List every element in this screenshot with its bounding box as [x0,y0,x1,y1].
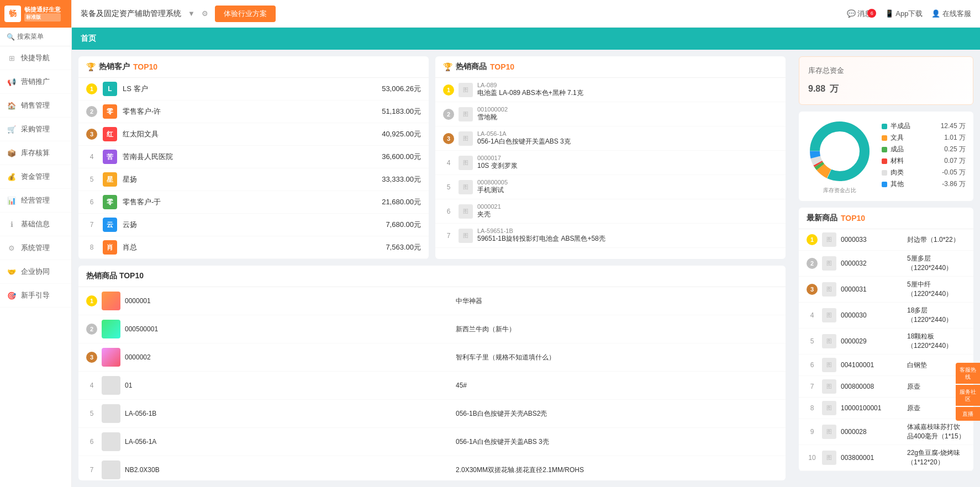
right-panel: 库存总资金 9.88 万 [792,50,980,487]
sidebar-item-quicknav[interactable]: ⊞ 快捷导航 [0,46,71,70]
app-download-action[interactable]: 📱 App下载 [885,9,923,19]
prod-name: 18颗粒板（1220*2440） [907,332,966,351]
rank-number: 4 [86,382,97,389]
prod-code: 003800001 [841,454,899,462]
sales-label: 销售管理 [21,100,50,110]
prod-image: 图 [459,204,473,219]
prod-name: 体减嘉枝味苏打饮品400毫升（1*15） [907,422,966,441]
sidebar-item-operations[interactable]: 📊 经营管理 [0,189,71,213]
rank-number: 8 [807,404,818,412]
list-item: 7 图 000800008 原壶 [799,376,973,398]
rank-number: 6 [86,438,97,446]
prod-image: 图 [459,131,473,146]
quicknav-icon: ⊞ [7,53,17,63]
rank-badge: 2 [86,324,97,335]
prod-code: 0000031 [841,285,899,293]
settings-icon[interactable]: ⚙ [202,9,208,18]
collab-label: 企业协同 [21,267,50,277]
top-products-right-table: 1 图 LA-089 电池盖 LA-089 ABS本色+黑种 7.1克 2 图 [435,78,786,248]
prod-image: 图 [822,256,836,271]
sidebar-item-guide[interactable]: 🎯 新手引导 [0,284,71,308]
avatar: 苦 [103,150,117,164]
sales-icon: 🏠 [7,100,17,110]
two-col-upper: 🏆 热销客户 TOP10 1 L LS 客户 53,006.26元 2 [78,56,786,259]
sidebar-item-inventory[interactable]: 📦 库存核算 [0,141,71,165]
marketing-label: 营销推广 [21,77,50,87]
sidebar-search[interactable]: 🔍 搜索菜单 [0,28,71,46]
hot-products-list: 1 0000001 中华神器 2 000500001 新西兰牛肉（新牛） 3 [78,287,786,480]
finance-icon: 💰 [7,172,17,182]
prod-code: 0000002 [125,353,447,361]
table-row: 3 图 LA-056-1A 056-1A白色按键开关盖ABS 3克 [435,126,786,151]
rank-number: 5 [86,176,97,183]
list-item: 4 图 0000030 18多层（1220*2440） [799,303,973,329]
prod-image [102,348,120,367]
search-icon: 🔍 [7,33,15,41]
top-clients-table: 1 L LS 客户 53,006.26元 2 零 零售客户-许 51,183.0… [78,78,429,259]
rank-badge: 1 [443,84,454,96]
table-row: 2 图 001000002 雪地靴 [435,102,786,126]
prod-code: LA-056-1B [125,410,447,417]
prod-name: 夹壳 [477,210,501,219]
client-name: LS 客户 [123,84,376,94]
legend-name: 其他 [891,179,939,189]
cs-community-button[interactable]: 服务社区 [956,385,980,406]
prod-code: 000800005 [477,179,508,186]
chevron-down-icon[interactable]: ▼ [188,9,195,18]
rank-badge: 2 [443,109,454,120]
sidebar-item-system[interactable]: ⚙ 系统管理 [0,236,71,260]
avatar: 云 [103,218,117,232]
cs-hotline-button[interactable]: 客服热线 [956,363,980,384]
prod-code: 0000032 [841,260,899,267]
list-item: 1 图 0000033 封边带（1.0*22） [799,229,973,251]
prod-image: 图 [822,451,836,465]
sidebar-item-sales[interactable]: 🏠 销售管理 [0,94,71,118]
trophy-icon: 🏆 [443,62,452,71]
prod-name: 2.0X30MM双搓花轴.搓花直径2.1MM/ROHS [456,465,778,475]
guide-icon: 🎯 [7,290,17,300]
rank-badge: 1 [86,295,97,306]
table-row: 6 零 零售客户-于 21,680.00元 [78,191,429,214]
legend-name: 文具 [891,133,941,142]
amount: 36,600.00元 [382,152,421,162]
sidebar-item-marketing[interactable]: 📢 营销推广 [0,70,71,94]
latest-products-header: 最新商品 TOP10 [799,208,973,229]
trial-button[interactable]: 体验行业方案 [215,6,276,22]
main-area: 装备及固定资产辅助管理系统 ▼ ⚙ 体验行业方案 💬 消息6 📱 App下载 👤… [72,0,980,487]
inventory-card: 库存总资金 9.88 万 [799,56,973,105]
prod-image: 图 [822,282,836,297]
legend-item: 半成品 12.45 万 [882,121,966,131]
prod-code: 0000029 [841,337,899,345]
rank-number: 5 [443,183,454,191]
quicknav-label: 快捷导航 [21,53,50,63]
prod-code: 004100001 [841,361,899,369]
rank-number: 7 [807,383,818,390]
legend-value: 12.45 万 [941,121,966,131]
rank-number: 8 [86,244,97,251]
prod-code: LA-056-1A [477,130,571,137]
rank-number: 5 [807,337,818,345]
prod-code: NB2.0X30B [125,466,447,474]
float-cs-panel: 客服热线 服务社区 直播 [956,363,980,421]
sidebar-item-collab[interactable]: 🤝 企业协同 [0,260,71,284]
sidebar-item-base[interactable]: ℹ 基础信息 [0,213,71,236]
message-action[interactable]: 💬 消息6 [847,9,877,19]
client-name: 红太阳文具 [123,129,376,139]
latest-products-card: 最新商品 TOP10 1 图 0000033 封边带（1.0*22） 2 图 0… [799,208,973,471]
prod-code: LA-59651-1B [477,227,605,234]
list-item: 1 0000001 中华神器 [78,287,786,315]
rank-number: 10 [807,454,818,462]
legend-item: 材料 0.07 万 [882,156,966,166]
sidebar-item-purchase[interactable]: 🛒 采购管理 [0,118,71,141]
legend-item: 文具 1.01 万 [882,133,966,142]
online-service-action[interactable]: 👤 在线客服 [931,9,971,19]
prod-name: 5厘中纤（1220*2440） [907,280,966,299]
rank-number: 6 [86,198,97,206]
inventory-title: 库存总资金 [808,66,964,76]
sidebar-item-finance[interactable]: 💰 资金管理 [0,165,71,189]
cs-live-button[interactable]: 直播 [956,407,980,421]
purchase-icon: 🛒 [7,124,17,134]
marketing-icon: 📢 [7,77,17,87]
legend-name: 成品 [891,145,941,154]
prod-image: 图 [822,232,836,247]
